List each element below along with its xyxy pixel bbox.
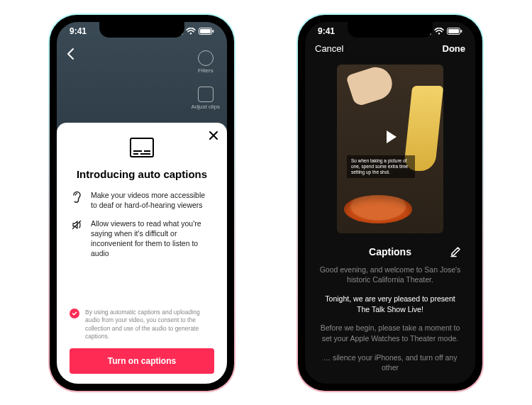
notch (99, 22, 184, 38)
done-button[interactable]: Done (443, 43, 466, 54)
consent-row[interactable]: By using automatic captions and uploadin… (70, 309, 214, 341)
auto-captions-sheet: Introducing auto captions Make your vide… (57, 123, 227, 384)
sheet-title: Introducing auto captions (70, 168, 214, 180)
editor-top-nav: Cancel Done (305, 43, 475, 54)
filters-label: Filters (198, 67, 214, 74)
sheet-bottom: By using automatic captions and uploadin… (70, 309, 214, 374)
caption-line-active[interactable]: Tonight, we are very pleased to present … (318, 294, 462, 314)
svg-point-18 (438, 33, 440, 34)
svg-point-4 (190, 33, 192, 34)
battery-icon (199, 28, 214, 35)
edit-captions-button[interactable] (450, 245, 462, 260)
captions-header: Captions (318, 242, 462, 265)
screen-left: 9:41 Filters (57, 22, 227, 384)
phone-right: 9:41 Cancel Done (298, 15, 482, 391)
caption-line[interactable]: … silence your iPhones, and turn off any… (318, 353, 462, 373)
play-button[interactable] (380, 127, 400, 150)
sheet-bullets: Make your videos more accessible to deaf… (70, 190, 214, 259)
caption-list[interactable]: Good evening, and welcome to San Jose's … (318, 265, 462, 374)
burned-in-caption: So when taking a picture of one, spend s… (347, 155, 415, 178)
consent-check-icon (70, 309, 79, 318)
bullet-audio-off: Allow viewers to read what you're saying… (71, 218, 213, 259)
back-button[interactable] (65, 48, 75, 63)
consent-text: By using automatic captions and uploadin… (85, 309, 214, 341)
svg-rect-6 (200, 29, 211, 33)
status-time: 9:41 (70, 26, 87, 36)
turn-on-captions-button[interactable]: Turn on captions (70, 348, 214, 374)
filters-icon (198, 50, 214, 66)
status-time: 9:41 (318, 26, 335, 36)
notch (348, 22, 433, 38)
screen-right: 9:41 Cancel Done (305, 22, 475, 384)
captions-section: Captions Good evening, and welcome to Sa… (305, 242, 475, 384)
battery-icon (447, 28, 462, 35)
close-button[interactable] (209, 130, 218, 143)
phone-left: 9:41 Filters (50, 15, 234, 391)
caption-line[interactable]: Before we begin, please take a moment to… (318, 323, 462, 343)
caption-line[interactable]: Good evening, and welcome to San Jose's … (318, 265, 462, 285)
side-action-filters[interactable]: Filters (192, 50, 220, 74)
video-preview[interactable]: So when taking a picture of one, spend s… (337, 65, 443, 233)
side-action-adjust[interactable]: Adjust clips (192, 87, 220, 110)
wifi-icon (434, 28, 444, 35)
wifi-icon (186, 28, 196, 35)
speaker-off-icon (71, 219, 84, 233)
adjust-icon (198, 87, 214, 102)
svg-rect-21 (461, 30, 462, 33)
plate-illustration (344, 195, 412, 223)
ear-icon (71, 191, 84, 206)
svg-rect-20 (448, 29, 459, 33)
adjust-label: Adjust clips (192, 104, 220, 110)
bullet-text: Allow viewers to read what you're saying… (91, 218, 213, 259)
cancel-button[interactable]: Cancel (315, 43, 343, 54)
svg-rect-7 (213, 30, 214, 33)
bullet-accessibility: Make your videos more accessible to deaf… (71, 190, 213, 210)
bullet-text: Make your videos more accessible to deaf… (91, 190, 213, 210)
captions-icon (129, 137, 155, 161)
captions-title: Captions (369, 246, 411, 257)
